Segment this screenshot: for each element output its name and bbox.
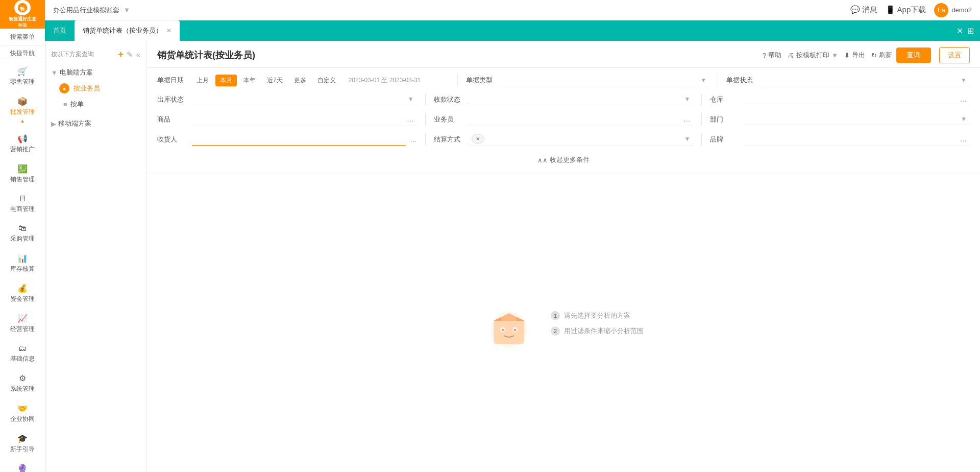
warehouse-dots-icon[interactable]: ... bbox=[960, 95, 967, 104]
doc-type-label: 单据类型 bbox=[466, 76, 497, 85]
date-btn-last7[interactable]: 近7天 bbox=[262, 75, 287, 86]
refresh-icon: ↻ bbox=[871, 52, 877, 59]
print-button[interactable]: 🖨 按模板打印 ▼ bbox=[788, 51, 838, 60]
sidebar-item-marketing[interactable]: 📢 营销推广 bbox=[0, 129, 45, 159]
refresh-button[interactable]: ↻ 刷新 bbox=[871, 51, 892, 60]
filter-row-4: 收货人 ... 结算方式 × ▼ bbox=[157, 132, 970, 146]
filter-sep-7 bbox=[425, 133, 426, 146]
logo-icon: 畅 bbox=[14, 0, 31, 15]
username-label: demo2 bbox=[951, 6, 972, 14]
empty-tip-1: 1 请先选择要分析的方案 bbox=[551, 311, 644, 320]
query-button[interactable]: 查询 bbox=[896, 48, 931, 63]
brand-label: 品牌 bbox=[710, 135, 741, 144]
mobile-expand-icon: ▶ bbox=[51, 120, 56, 128]
add-plan-icon[interactable]: + bbox=[118, 49, 124, 60]
sidebar-item-wholesale-label: 批发管理 bbox=[10, 108, 35, 116]
tip-text-1: 请先选择要分析的方案 bbox=[564, 311, 630, 320]
left-panel-header: 按以下方案查询 + ✎ « bbox=[45, 46, 146, 63]
tab-home[interactable]: 首页 bbox=[45, 20, 75, 41]
department-select[interactable]: ▼ bbox=[745, 113, 970, 125]
goods-dots-icon[interactable]: ... bbox=[407, 114, 413, 124]
doc-type-select[interactable]: ▼ bbox=[501, 75, 709, 86]
message-button[interactable]: 💬 消息 bbox=[850, 5, 877, 15]
collapse-button[interactable]: ∧∧ 收起更多条件 bbox=[157, 152, 970, 168]
brand-dots-icon[interactable]: ... bbox=[960, 134, 967, 144]
logo-text: 畅捷通好生意 bbox=[9, 16, 36, 22]
date-btn-more[interactable]: 更多 bbox=[289, 75, 311, 86]
doc-status-select[interactable]: ▼ bbox=[761, 75, 970, 86]
sidebar-item-marketing-label: 营销推广 bbox=[10, 145, 35, 154]
filter-row-1: 单据日期 上月 本月 本年 近7天 更多 自定义 2023-03-01 至 20… bbox=[157, 74, 970, 86]
goods-label: 商品 bbox=[157, 115, 188, 124]
tab-bar: 首页 销货单统计表（按业务员） ✕ ✕ ⊞ bbox=[45, 20, 980, 41]
sidebar-item-basic[interactable]: 🗂 基础信息 bbox=[0, 339, 45, 368]
date-btn-this-month[interactable]: 本月 bbox=[215, 75, 237, 86]
ship-status-label: 出库状态 bbox=[157, 95, 188, 104]
user-avatar: Ea bbox=[934, 3, 948, 17]
user-area[interactable]: Ea demo2 bbox=[934, 3, 972, 17]
shortcut-nav[interactable]: 快捷导航 bbox=[0, 46, 45, 61]
date-btn-this-year[interactable]: 本年 bbox=[239, 75, 260, 86]
sidebar-item-operation[interactable]: 📈 经营管理 bbox=[0, 309, 45, 339]
workspace-dropdown-icon[interactable]: ▼ bbox=[124, 6, 130, 14]
newbie-icon: 🎓 bbox=[17, 434, 28, 443]
payment-status-label: 收款状态 bbox=[434, 95, 464, 104]
sidebar-item-finance[interactable]: 💰 资金管理 bbox=[0, 278, 45, 309]
salesman-dots-icon[interactable]: ... bbox=[683, 114, 690, 124]
collapse-up-icon: ∧∧ bbox=[537, 156, 548, 164]
tab-close-icon[interactable]: ✕ bbox=[166, 27, 172, 34]
sidebar-item-inventory[interactable]: 📊 库存核算 bbox=[0, 248, 45, 278]
plan-item-by-sales[interactable]: ● 按业务员 bbox=[45, 80, 146, 97]
app-download-button[interactable]: 📱 App下载 bbox=[886, 5, 926, 15]
inventory-icon: 📊 bbox=[17, 253, 28, 263]
search-menu[interactable]: 搜索菜单 bbox=[0, 29, 45, 46]
payment-method-select[interactable]: × ▼ bbox=[469, 132, 694, 146]
sidebar-item-newbie[interactable]: 🎓 新手引导 bbox=[0, 429, 45, 459]
consignee-input[interactable] bbox=[192, 133, 406, 146]
print-label: 按模板打印 bbox=[796, 51, 829, 60]
ship-status-select[interactable]: ▼ bbox=[192, 93, 417, 105]
sidebar-item-system[interactable]: ⚙ 系统管理 bbox=[0, 368, 45, 398]
sidebar-item-wholesale[interactable]: 📦 批发管理 ▲ bbox=[0, 91, 45, 129]
settings-button[interactable]: 设置 bbox=[939, 47, 970, 63]
tip-num-2: 2 bbox=[551, 326, 560, 336]
payment-method-chip: × bbox=[472, 134, 484, 144]
date-btn-last-month[interactable]: 上月 bbox=[192, 75, 213, 86]
chip-close[interactable]: × bbox=[476, 135, 480, 143]
left-panel: 按以下方案查询 + ✎ « ▼ 电脑端方案 ● 按业务员 bbox=[45, 41, 147, 472]
sidebar-item-purchase[interactable]: 🛍 采购管理 bbox=[0, 219, 45, 248]
export-button[interactable]: ⬇ 导出 bbox=[844, 51, 865, 60]
page-header-actions: ? 帮助 🖨 按模板打印 ▼ ⬇ 导出 bbox=[763, 47, 970, 63]
sidebar-item-retail[interactable]: 🛒 零售管理 bbox=[0, 61, 45, 91]
plan-group-desktop-title[interactable]: ▼ 电脑端方案 bbox=[45, 65, 146, 80]
help-icon: ? bbox=[763, 52, 766, 59]
edit-plan-icon[interactable]: ✎ bbox=[127, 50, 133, 59]
plan-dot-by-sales: ● bbox=[59, 83, 69, 93]
tab-close-all-icon[interactable]: ✕ bbox=[957, 26, 963, 36]
sidebar-item-system-label: 系统管理 bbox=[10, 385, 35, 393]
plan-group-mobile-title[interactable]: ▶ 移动端方案 bbox=[45, 116, 146, 131]
doc-type-arrow-icon: ▼ bbox=[700, 77, 706, 84]
sidebar-item-newbie-label: 新手引导 bbox=[10, 445, 35, 454]
help-button[interactable]: ? 帮助 bbox=[763, 51, 781, 60]
sidebar-item-ecommerce[interactable]: 🖥 电商管理 bbox=[0, 189, 45, 219]
consignee-dots-icon[interactable]: ... bbox=[410, 135, 416, 144]
refresh-label: 刷新 bbox=[879, 51, 892, 60]
tab-expand-icon[interactable]: ⊞ bbox=[967, 26, 974, 36]
sidebar-item-appstore[interactable]: 🔮 应用中心 bbox=[0, 459, 45, 472]
filter-row-2: 出库状态 ▼ 收款状态 ▼ bbox=[157, 92, 970, 106]
plan-sub-item-by-order[interactable]: ≡ 按单 bbox=[45, 97, 146, 112]
collapse-panel-icon[interactable]: « bbox=[136, 50, 140, 59]
tab-sales-stat[interactable]: 销货单统计表（按业务员） ✕ bbox=[75, 20, 180, 41]
sidebar-item-corp[interactable]: 🤝 企业协同 bbox=[0, 398, 45, 429]
tip-num-1: 1 bbox=[551, 311, 560, 320]
date-btn-custom[interactable]: 自定义 bbox=[313, 75, 340, 86]
filter-sep-8 bbox=[701, 133, 702, 146]
system-icon: ⚙ bbox=[19, 373, 26, 383]
sidebar-item-sales[interactable]: 💹 销售管理 bbox=[0, 159, 45, 189]
left-panel-title: 按以下方案查询 bbox=[51, 50, 94, 59]
payment-status-select[interactable]: ▼ bbox=[469, 93, 694, 105]
message-label: 消息 bbox=[862, 5, 877, 14]
plan-group-desktop: ▼ 电脑端方案 ● 按业务员 ≡ 按单 bbox=[45, 63, 146, 114]
left-panel-actions: + ✎ « bbox=[118, 49, 140, 60]
